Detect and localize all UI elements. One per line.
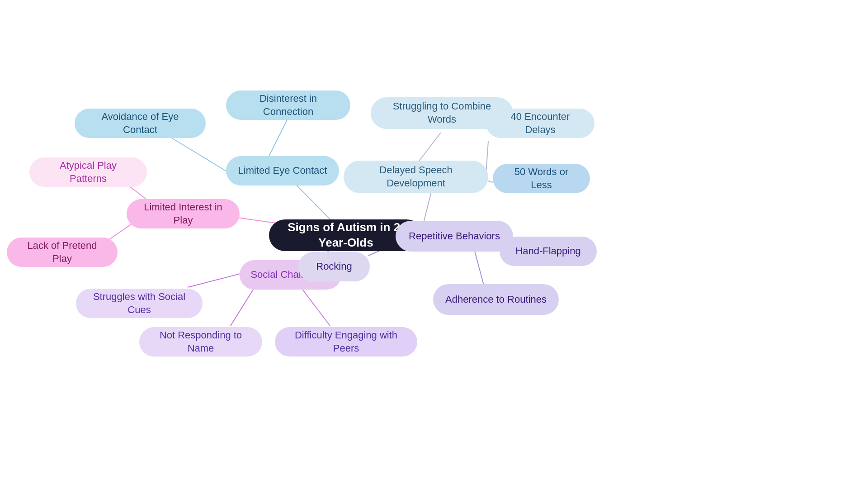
lack-pretend-node: Lack of Pretend Play [7, 238, 118, 267]
limited-interest-play-label: Limited Interest in Play [137, 201, 229, 227]
not-responding-node: Not Responding to Name [139, 327, 262, 357]
rocking-node: Rocking [298, 252, 370, 281]
limited-eye-contact-node: Limited Eye Contact [226, 156, 339, 186]
limited-interest-play-node: Limited Interest in Play [127, 199, 240, 228]
delayed-speech-label: Delayed Speech Development [354, 164, 477, 190]
struggles-social-label: Struggles with Social Cues [87, 290, 192, 316]
disinterest-connection-label: Disinterest in Connection [237, 92, 340, 118]
svg-line-13 [488, 181, 493, 182]
center-label: Signs of Autism in 2-Year-Olds [280, 220, 412, 251]
repetitive-behaviors-label: Repetitive Behaviors [409, 230, 500, 243]
avoidance-eye-node: Avoidance of Eye Contact [75, 109, 206, 138]
repetitive-behaviors-node: Repetitive Behaviors [396, 221, 513, 252]
encounter-delays-label: 40 Encounter Delays [497, 110, 584, 136]
adherence-routines-label: Adherence to Routines [445, 293, 547, 306]
difficulty-engaging-node: Difficulty Engaging with Peers [275, 327, 417, 357]
svg-line-1 [269, 120, 287, 156]
not-responding-label: Not Responding to Name [150, 329, 251, 355]
words-or-less-node: 50 Words or Less [493, 164, 590, 193]
delayed-speech-node: Delayed Speech Development [344, 161, 488, 193]
disinterest-connection-node: Disinterest in Connection [226, 90, 350, 120]
lack-pretend-label: Lack of Pretend Play [18, 239, 107, 265]
struggles-social-node: Struggles with Social Cues [76, 289, 203, 318]
hand-flapping-label: Hand-Flapping [515, 245, 580, 258]
words-or-less-label: 50 Words or Less [504, 166, 579, 191]
atypical-play-node: Atypical Play Patterns [29, 157, 147, 187]
rocking-label: Rocking [316, 260, 352, 273]
difficulty-engaging-label: Difficulty Engaging with Peers [286, 329, 406, 355]
svg-line-17 [475, 251, 484, 285]
hand-flapping-node: Hand-Flapping [500, 237, 597, 266]
avoidance-eye-label: Avoidance of Eye Contact [85, 110, 195, 136]
atypical-play-label: Atypical Play Patterns [40, 159, 136, 185]
struggling-combine-label: Struggling to Combine Words [382, 100, 502, 126]
limited-eye-contact-label: Limited Eye Contact [238, 164, 327, 177]
encounter-delays-node: 40 Encounter Delays [486, 109, 594, 138]
svg-line-2 [172, 138, 226, 171]
adherence-routines-node: Adherence to Routines [433, 284, 559, 315]
